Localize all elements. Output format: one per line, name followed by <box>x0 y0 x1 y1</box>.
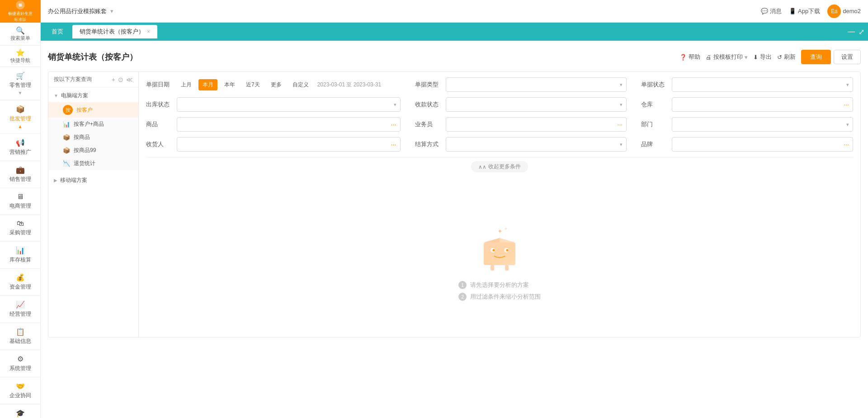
scheme-item-goods-icon: 📦 <box>63 134 70 141</box>
export-button[interactable]: ⬇ 导出 <box>753 53 772 61</box>
scheme-group-mobile-label: 移动端方案 <box>60 176 87 184</box>
billtype-select[interactable]: ▾ <box>446 77 627 92</box>
svg-text:✦: ✦ <box>504 226 508 231</box>
date-tag-custom[interactable]: 自定义 <box>288 79 313 90</box>
goods-select[interactable]: ··· <box>177 117 401 132</box>
scheme-group-mobile-header[interactable]: ▶ 移动端方案 <box>48 174 138 187</box>
help-label: 帮助 <box>689 53 700 61</box>
print-button[interactable]: 🖨 按模板打印 ▾ <box>706 53 748 61</box>
sidebar-item-retail[interactable]: 🛒 零售管理 ▼ <box>0 67 40 100</box>
tab-bar: 首页 销货单统计表（按客户） × — ⤢ <box>41 23 868 41</box>
scheme-item-goods99[interactable]: 📦 按商品99 <box>48 144 138 157</box>
sidebar-item-search[interactable]: 🔍 搜索菜单 <box>0 23 40 46</box>
retail-icon: 🛒 <box>16 71 25 80</box>
tab-sales-stats[interactable]: 销货单统计表（按客户） × <box>72 25 157 38</box>
guide-icon: 🎓 <box>16 409 25 418</box>
empty-tips: 1 请先选择要分析的方案 2 用过滤条件来缩小分析范围 <box>458 281 541 301</box>
date-tag-more[interactable]: 更多 <box>267 79 286 90</box>
date-filter-group: 上月 本月 本年 近7天 更多 自定义 2023-03-01 至 2023-03… <box>177 79 381 90</box>
content-layout: 按以下方案查询 + ⊙ ≪ ▼ 电脑端方案 <box>48 71 861 337</box>
sidebar: 畅 畅捷通好生意 标准版 🔍 搜索菜单 ⭐ 快捷导航 🛒 零售管理 ▼ 📦 批发… <box>0 0 41 418</box>
sidebar-item-system[interactable]: ⚙ 系统管理 <box>0 350 40 377</box>
receiptstatus-arrow-icon: ▾ <box>620 102 623 108</box>
sidebar-item-inventory[interactable]: 📊 库存核算 <box>0 242 40 269</box>
dept-label: 部门 <box>641 120 668 128</box>
collapse-button[interactable]: ∧∧ 收起更多条件 <box>471 161 528 172</box>
scheme-group-mobile-arrow-icon: ▶ <box>54 178 57 183</box>
receiptstatus-label: 收款状态 <box>415 100 442 109</box>
help-button[interactable]: ❓ 帮助 <box>679 53 700 61</box>
filter-row-3: 商品 ··· 业务员 ··· <box>146 117 853 132</box>
scheme-item-customer[interactable]: 按 按客户 <box>48 102 138 118</box>
scheme-collapse-button[interactable]: ≪ <box>126 76 133 83</box>
svg-rect-11 <box>491 265 494 271</box>
tab-home[interactable]: 首页 <box>44 25 71 38</box>
date-tag-7days[interactable]: 近7天 <box>242 79 264 90</box>
tab-active-label: 销货单统计表（按客户） <box>80 28 144 36</box>
svg-marker-4 <box>500 238 515 242</box>
sidebar-item-sales[interactable]: 💼 销售管理 <box>0 161 40 188</box>
sidebar-item-purchase[interactable]: 🛍 采购管理 <box>0 215 40 242</box>
scheme-add-button[interactable]: + <box>112 76 115 83</box>
finance-icon: 💰 <box>16 273 25 282</box>
breadcrumb-dropdown[interactable]: ▾ <box>110 8 113 14</box>
collapse-arrow-icon: ∧∧ <box>478 164 486 170</box>
message-icon: 💬 <box>761 8 768 14</box>
sidebar-item-label: 电商管理 <box>9 202 31 210</box>
filter-outstatus-item: 出库状态 ▾ <box>146 97 401 112</box>
sidebar-item-ecommerce[interactable]: 🖥 电商管理 <box>0 188 40 215</box>
app-download-button[interactable]: 📱 App下载 <box>789 7 820 15</box>
billstatus-select[interactable]: ▾ <box>672 77 853 92</box>
settlement-select[interactable]: ▾ <box>446 137 627 152</box>
date-tag-thismonth[interactable]: 本月 <box>198 79 217 90</box>
brand-select[interactable]: ··· <box>672 137 853 152</box>
settings-button[interactable]: 设置 <box>834 50 861 64</box>
receiptstatus-select[interactable]: ▾ <box>446 97 627 112</box>
sidebar-item-label: 销售管理 <box>9 176 31 183</box>
outstatus-arrow-icon: ▾ <box>394 102 396 108</box>
scheme-group-desktop-label: 电脑端方案 <box>61 92 88 100</box>
active-indicator: 按 <box>63 105 73 115</box>
refresh-button[interactable]: ↺ 刷新 <box>777 53 796 61</box>
receiver-dots-icon: ··· <box>391 141 396 148</box>
scheme-edit-button[interactable]: ⊙ <box>118 76 123 83</box>
tab-maximize-button[interactable]: ⤢ <box>859 28 864 36</box>
sidebar-item-management[interactable]: 📈 经营管理 <box>0 296 40 323</box>
staff-select[interactable]: ··· <box>446 117 627 132</box>
user-avatar-area[interactable]: Ea demo2 <box>827 5 861 18</box>
tab-minimize-button[interactable]: — <box>848 28 855 36</box>
filter-panel: 单据日期 上月 本月 本年 近7天 更多 自定义 2023-03-01 至 20… <box>139 72 860 181</box>
scheme-item-customer-goods[interactable]: 📊 按客户+商品 <box>48 118 138 131</box>
svg-marker-3 <box>484 238 500 242</box>
dept-select[interactable]: ▾ <box>672 117 853 132</box>
scheme-title: 按以下方案查询 <box>54 76 92 83</box>
sidebar-item-collaboration[interactable]: 🤝 企业协同 <box>0 377 40 404</box>
billstatus-arrow-icon: ▾ <box>846 82 849 88</box>
date-tag-lastmonth[interactable]: 上月 <box>177 79 196 90</box>
date-tag-thisyear[interactable]: 本年 <box>220 79 239 90</box>
logo-subtext: 标准版 <box>14 17 26 23</box>
scheme-item-goods[interactable]: 📦 按商品 <box>48 131 138 144</box>
sidebar-item-guide[interactable]: 🎓 新手引导 <box>0 404 40 418</box>
filter-row-4: 收货人 ··· 结算方式 ▾ <box>146 137 853 152</box>
query-button[interactable]: 查询 <box>801 50 831 64</box>
sidebar-item-quicknav[interactable]: ⭐ 快捷导航 <box>0 46 40 67</box>
sidebar-item-wholesale[interactable]: 📦 批发管理 ▲ <box>0 100 40 134</box>
sidebar-item-marketing[interactable]: 📢 营销推广 <box>0 134 40 161</box>
scheme-item-returns[interactable]: 📉 退货统计 <box>48 157 138 170</box>
sidebar-item-finance[interactable]: 💰 资金管理 <box>0 269 40 296</box>
svg-point-8 <box>506 249 509 252</box>
empty-tip-1: 1 请先选择要分析的方案 <box>458 281 541 289</box>
refresh-label: 刷新 <box>784 53 796 61</box>
svg-point-7 <box>493 249 495 252</box>
empty-illustration: ✦ ✦ <box>472 218 527 272</box>
receiver-select[interactable]: ··· <box>177 137 401 152</box>
collaboration-icon: 🤝 <box>16 382 25 390</box>
outstatus-select[interactable]: ▾ <box>177 97 401 112</box>
scheme-group-desktop-header[interactable]: ▼ 电脑端方案 <box>48 89 138 102</box>
sidebar-item-label: 资金管理 <box>9 283 31 291</box>
warehouse-select[interactable]: ··· <box>672 97 853 112</box>
tab-close-button[interactable]: × <box>147 28 150 35</box>
sidebar-item-basicinfo[interactable]: 📋 基础信息 <box>0 323 40 350</box>
message-button[interactable]: 💬 消息 <box>761 7 782 15</box>
